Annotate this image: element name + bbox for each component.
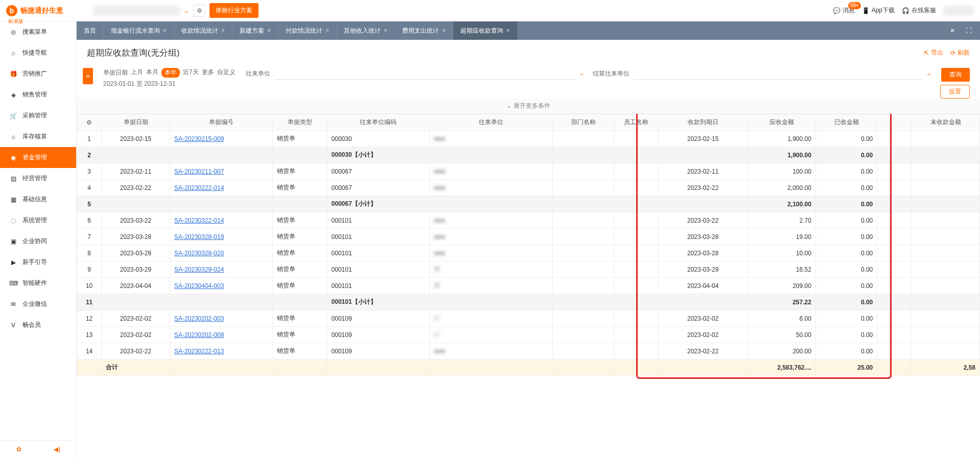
table-row[interactable]: 122023-02-02SA-20230202-003销货单000109口202…	[77, 310, 980, 327]
document-link[interactable]: SA-20230322-014	[174, 217, 224, 224]
column-header-10[interactable]: 已收金额	[815, 114, 877, 131]
sidebar-item-4[interactable]: 🛒采购管理	[0, 105, 76, 126]
column-header-8[interactable]: 收款到期日	[659, 114, 748, 131]
sidebar-item-3[interactable]: ◈销售管理	[0, 84, 76, 105]
org-selector-blur[interactable]	[93, 6, 180, 16]
tab-4[interactable]: 付款情况统计×	[278, 21, 337, 40]
table-row[interactable]: 132023-02-02SA-20230202-008销货单000109口202…	[77, 327, 980, 343]
chevron-down-icon[interactable]: ⌄	[184, 7, 189, 14]
table-row[interactable]: 2000030【小计】1,900.000.00	[77, 147, 980, 163]
date-option-2[interactable]: 本年	[161, 68, 180, 78]
table-row[interactable]: 82023-03-28SA-20230328-020销货单000101■■■20…	[77, 245, 980, 261]
tab-3[interactable]: 新建方案×	[232, 21, 278, 40]
user-menu-blur[interactable]	[943, 6, 974, 16]
close-icon[interactable]: ×	[163, 27, 167, 34]
document-link[interactable]: SA-20230215-009	[174, 135, 224, 142]
sidebar-item-2[interactable]: 🎁营销推广	[0, 63, 76, 84]
support-link[interactable]: 🎧 在线客服	[902, 6, 936, 15]
document-link[interactable]: SA-20230222-013	[174, 348, 224, 355]
column-header-3[interactable]: 单据类型	[272, 114, 327, 131]
filter-collapse-button[interactable]: »	[83, 68, 93, 84]
column-header-2[interactable]: 单据编号	[170, 114, 272, 131]
document-link[interactable]: SA-20230202-008	[174, 331, 224, 339]
unit-input[interactable]	[274, 68, 576, 80]
close-icon[interactable]: ×	[506, 27, 510, 34]
close-icon[interactable]: ×	[267, 27, 271, 34]
table-row[interactable]: 32023-02-11SA-20230211-007销货单000067■■■20…	[77, 163, 980, 180]
column-header-11[interactable]	[877, 114, 912, 131]
unit-more-icon[interactable]: ···	[580, 70, 583, 78]
table-row[interactable]: 12023-02-15SA-20230215-009销货单000030■■■20…	[77, 131, 980, 147]
tab-7[interactable]: 超期应收款查询×	[453, 21, 518, 40]
sidebar-settings-icon[interactable]: ✿	[0, 441, 38, 458]
expand-filters-button[interactable]: ⌄ 展开更多条件	[77, 99, 980, 114]
sidebar-collapse-icon[interactable]: ◀)	[38, 441, 77, 458]
sidebar-item-label: 营销推广	[22, 69, 47, 78]
column-header-4[interactable]: 往来单位编码	[327, 114, 430, 131]
date-option-1[interactable]: 本月	[146, 68, 158, 78]
column-header-6[interactable]: 部门名称	[552, 114, 614, 131]
table-row[interactable]: 92023-03-29SA-20230329-024销货单000101测2023…	[77, 261, 980, 278]
date-option-0[interactable]: 上月	[131, 68, 143, 78]
setup-button[interactable]: 设置	[940, 85, 970, 99]
download-link[interactable]: 📱 App下载	[862, 6, 895, 15]
table-row[interactable]: 42023-02-22SA-20230222-014销货单000067■■■20…	[77, 180, 980, 196]
sidebar-item-8[interactable]: ▦基础信息	[0, 189, 76, 210]
sidebar-item-11[interactable]: ▶新手引导	[0, 252, 76, 273]
export-button[interactable]: ⇱导出	[924, 49, 943, 57]
settle-more-icon[interactable]: ···	[927, 70, 930, 78]
query-button[interactable]: 查询	[941, 68, 970, 82]
document-link[interactable]: SA-20230328-019	[174, 233, 224, 240]
tab-label: 费用支出统计	[402, 27, 439, 35]
settle-input[interactable]	[634, 68, 923, 80]
sidebar-item-9[interactable]: ◌系统管理	[0, 210, 76, 231]
document-link[interactable]: SA-20230329-024	[174, 266, 224, 273]
close-tab-icon[interactable]: ✕	[946, 25, 959, 37]
sidebar-item-10[interactable]: ▣企业协同	[0, 231, 76, 252]
tab-6[interactable]: 费用支出统计×	[395, 21, 453, 40]
messages-link[interactable]: 💬 消息 99+	[833, 6, 855, 15]
document-link[interactable]: SA-20230202-003	[174, 315, 224, 322]
sidebar-item-14[interactable]: V畅会员	[0, 315, 76, 335]
column-header-5[interactable]: 往来单位	[430, 114, 553, 131]
promo-button[interactable]: 体验行业方案	[209, 3, 259, 18]
document-link[interactable]: SA-20230222-014	[174, 184, 224, 191]
table-row[interactable]: 72023-03-28SA-20230328-019销货单000101■■■20…	[77, 229, 980, 245]
sidebar-item-7[interactable]: ▤经营管理	[0, 168, 76, 189]
sidebar-item-1[interactable]: ⌂快捷导航	[0, 42, 76, 63]
column-header-7[interactable]: 员工名称	[614, 114, 659, 131]
date-option-5[interactable]: 自定义	[217, 68, 236, 78]
tab-1[interactable]: 现金银行流水查询×	[104, 21, 174, 40]
table-row[interactable]: 11000101【小计】257.220.00	[77, 294, 980, 310]
fullscreen-icon[interactable]: ⛶	[963, 25, 975, 37]
total-row: 合计2,583,762....25.002,58	[77, 359, 980, 376]
tab-2[interactable]: 收款情况统计×	[174, 21, 232, 40]
gear-icon[interactable]: ⚙	[193, 5, 205, 17]
sidebar-item-6[interactable]: ◉资金管理	[0, 147, 76, 168]
close-icon[interactable]: ×	[384, 27, 387, 34]
sidebar-icon: ⌂	[9, 133, 17, 141]
column-header-9[interactable]: 应收金额	[748, 114, 816, 131]
sidebar-item-12[interactable]: ⌨智能硬件	[0, 273, 76, 294]
sidebar-item-13[interactable]: ✉企业微信	[0, 294, 76, 315]
table-row[interactable]: 142023-02-22SA-20230222-013销货单000109■■■2…	[77, 343, 980, 359]
tab-0[interactable]: 首页	[77, 21, 104, 40]
document-link[interactable]: SA-20230211-007	[174, 168, 224, 175]
table-row[interactable]: 102023-04-04SA-20230404-003销货单000101测202…	[77, 278, 980, 294]
close-icon[interactable]: ×	[325, 27, 329, 34]
close-icon[interactable]: ×	[221, 27, 225, 34]
close-icon[interactable]: ×	[442, 27, 446, 34]
refresh-button[interactable]: ⟳刷新	[950, 49, 970, 57]
date-option-3[interactable]: 近7天	[183, 68, 199, 78]
document-link[interactable]: SA-20230328-020	[174, 250, 224, 257]
column-header-12[interactable]: 未收款金额	[912, 114, 980, 131]
document-link[interactable]: SA-20230404-003	[174, 282, 224, 290]
column-gear[interactable]: ⚙	[77, 114, 102, 131]
sidebar-item-5[interactable]: ⌂库存核算	[0, 126, 76, 147]
page-title: 超期应收款查询(无分组)	[87, 47, 179, 59]
date-option-4[interactable]: 更多	[202, 68, 214, 78]
column-header-1[interactable]: 单据日期	[102, 114, 170, 131]
table-row[interactable]: 62023-03-22SA-20230322-014销货单000101■■■20…	[77, 212, 980, 229]
tab-5[interactable]: 其他收入统计×	[337, 21, 395, 40]
table-row[interactable]: 5000067【小计】2,100.000.00	[77, 196, 980, 212]
